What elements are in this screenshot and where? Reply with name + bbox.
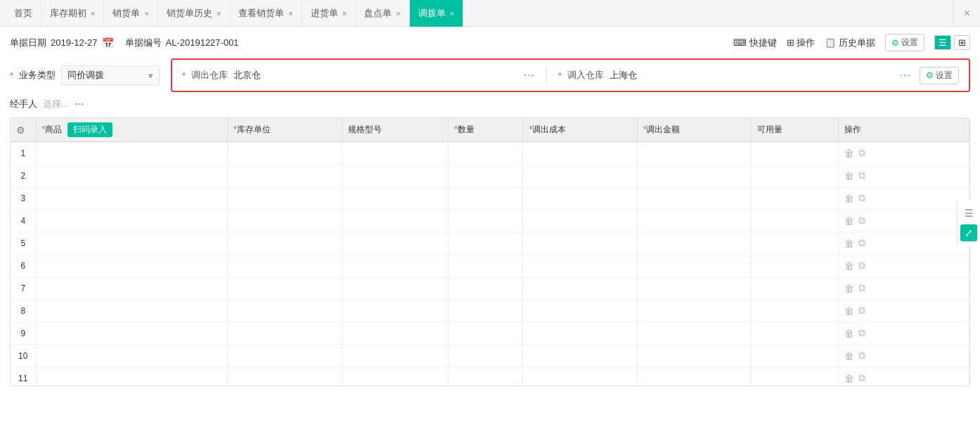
copy-row-icon[interactable]: ⧉ (858, 147, 865, 159)
tab-view-sales[interactable]: 查看销货单 × (230, 0, 302, 27)
row-amount[interactable] (637, 255, 751, 277)
row-spec[interactable] (342, 142, 448, 165)
row-product[interactable] (36, 322, 228, 345)
row-available[interactable] (752, 210, 838, 232)
row-cost[interactable] (523, 345, 637, 367)
row-qty[interactable] (448, 210, 522, 232)
row-cost[interactable] (523, 277, 637, 300)
handler-more-button[interactable]: ··· (75, 98, 84, 110)
delete-row-icon[interactable]: 🗑 (844, 193, 854, 204)
row-qty[interactable] (448, 142, 522, 165)
row-cost[interactable] (523, 232, 637, 255)
row-spec[interactable] (342, 300, 448, 322)
row-cost[interactable] (523, 367, 637, 386)
row-amount[interactable] (637, 232, 751, 255)
row-qty[interactable] (448, 345, 522, 367)
tab-home[interactable]: 首页 (6, 0, 41, 27)
row-unit[interactable] (228, 255, 342, 277)
row-unit[interactable] (228, 300, 342, 322)
row-cost[interactable] (523, 300, 637, 322)
tab-sales-history[interactable]: 销货单历史 × (158, 0, 230, 27)
row-product[interactable] (36, 345, 228, 367)
row-amount[interactable] (637, 277, 751, 300)
close-inventory-init[interactable]: × (91, 9, 95, 18)
row-available[interactable] (752, 142, 838, 165)
copy-row-icon[interactable]: ⧉ (858, 192, 865, 204)
row-product[interactable] (36, 187, 228, 210)
row-spec[interactable] (342, 322, 448, 345)
row-qty[interactable] (448, 165, 522, 187)
sidebar-expand-icon[interactable]: ⤢ (960, 224, 977, 241)
copy-row-icon[interactable]: ⧉ (858, 260, 865, 272)
row-qty[interactable] (448, 255, 522, 277)
row-cost[interactable] (523, 255, 637, 277)
row-qty[interactable] (448, 322, 522, 345)
row-qty[interactable] (448, 232, 522, 255)
copy-row-icon[interactable]: ⧉ (858, 237, 865, 249)
grid-view-button[interactable]: ⊞ (954, 35, 970, 50)
row-spec[interactable] (342, 255, 448, 277)
row-spec[interactable] (342, 210, 448, 232)
row-unit[interactable] (228, 142, 342, 165)
row-amount[interactable] (637, 322, 751, 345)
row-cost[interactable] (523, 322, 637, 345)
row-amount[interactable] (637, 210, 751, 232)
row-product[interactable] (36, 142, 228, 165)
row-available[interactable] (752, 322, 838, 345)
row-amount[interactable] (637, 165, 751, 187)
row-product[interactable] (36, 367, 228, 386)
row-qty[interactable] (448, 187, 522, 210)
close-stocktake[interactable]: × (396, 9, 400, 18)
delete-row-icon[interactable]: 🗑 (844, 350, 854, 362)
row-available[interactable] (752, 187, 838, 210)
row-spec[interactable] (342, 165, 448, 187)
row-unit[interactable] (228, 187, 342, 210)
copy-row-icon[interactable]: ⧉ (858, 282, 865, 294)
operations-button[interactable]: ⊞ 操作 (787, 37, 815, 49)
handler-select[interactable]: 选择... (43, 98, 69, 110)
row-available[interactable] (752, 345, 838, 367)
row-amount[interactable] (637, 187, 751, 210)
row-spec[interactable] (342, 367, 448, 386)
tab-purchase-order[interactable]: 进货单 × (302, 0, 356, 27)
sidebar-list-icon[interactable]: ☰ (960, 205, 977, 222)
row-unit[interactable] (228, 232, 342, 255)
row-unit[interactable] (228, 367, 342, 386)
row-amount[interactable] (637, 142, 751, 165)
row-amount[interactable] (637, 367, 751, 386)
delete-row-icon[interactable]: 🗑 (844, 170, 854, 181)
tab-stocktake[interactable]: 盘点单 × (356, 0, 409, 27)
row-product[interactable] (36, 210, 228, 232)
delete-row-icon[interactable]: 🗑 (844, 215, 854, 227)
row-amount[interactable] (637, 345, 751, 367)
row-cost[interactable] (523, 142, 637, 165)
warehouse-in-more-button[interactable]: ··· (900, 69, 911, 82)
warehouse-settings-button[interactable]: ⚙ 设置 (920, 67, 959, 84)
tab-sales-order[interactable]: 销货单 × (104, 0, 157, 27)
list-view-button[interactable]: ☰ (934, 35, 951, 50)
window-close-button[interactable]: × (953, 0, 980, 27)
delete-row-icon[interactable]: 🗑 (844, 283, 854, 294)
close-sales-order[interactable]: × (144, 9, 148, 18)
row-cost[interactable] (523, 210, 637, 232)
delete-row-icon[interactable]: 🗑 (844, 148, 854, 159)
row-available[interactable] (752, 277, 838, 300)
tab-inventory-init[interactable]: 库存期初 × (41, 0, 104, 27)
row-product[interactable] (36, 165, 228, 187)
row-unit[interactable] (228, 210, 342, 232)
row-product[interactable] (36, 232, 228, 255)
row-cost[interactable] (523, 187, 637, 210)
row-available[interactable] (752, 165, 838, 187)
row-spec[interactable] (342, 187, 448, 210)
close-purchase-order[interactable]: × (342, 9, 347, 18)
table-scroll-area[interactable]: ⚙ *商品 扫码录入 *库存单位 规格型号 *数量 *调出成本 *调出金额 可用… (11, 118, 969, 386)
row-qty[interactable] (448, 277, 522, 300)
history-button[interactable]: 📋 历史单据 (825, 37, 875, 49)
delete-row-icon[interactable]: 🗑 (844, 305, 854, 317)
row-spec[interactable] (342, 277, 448, 300)
row-available[interactable] (752, 232, 838, 255)
shortcut-button[interactable]: ⌨ 快捷键 (733, 37, 777, 49)
delete-row-icon[interactable]: 🗑 (844, 328, 854, 339)
row-unit[interactable] (228, 345, 342, 367)
delete-row-icon[interactable]: 🗑 (844, 373, 854, 384)
